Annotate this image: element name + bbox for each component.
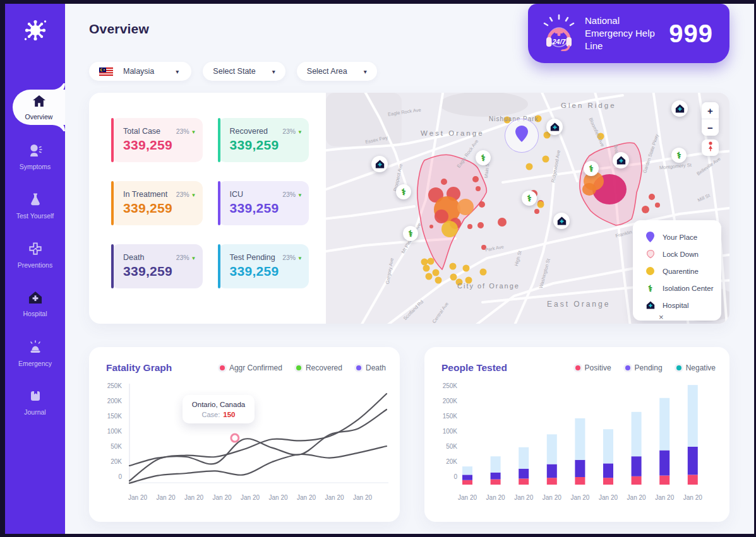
x-axis-tick: Jan 20 [128, 494, 147, 501]
trend-down-icon: ▼ [191, 129, 196, 135]
legend-negative: Negative [676, 363, 716, 372]
bar-segment-negative [659, 398, 669, 451]
legend-item-hospital: Hospital [645, 297, 721, 314]
stat-label: ICU [230, 190, 244, 199]
y-axis-tick: 50K [446, 443, 457, 450]
y-axis-tick: 250K [107, 382, 123, 389]
headset-247-icon: 24/7 [541, 13, 577, 54]
chart-title: Fatality Graph [106, 362, 172, 374]
stat-card-total-case: Total Case 23% ▼ 339,259 [111, 118, 203, 162]
bar-segment-positive [547, 478, 557, 485]
sidebar-item-preventions[interactable]: Preventions [5, 237, 65, 273]
stat-value: 339,259 [230, 138, 303, 153]
x-axis-tick: Jan 20 [184, 494, 203, 501]
map-legend: Your Place Lock Down Quarentine ⚕ Isolat… [633, 220, 721, 321]
stat-label: Death [123, 253, 144, 262]
map[interactable]: Glen RidgeWest OrangeNishuane ParkEast O… [326, 93, 729, 324]
stat-change-dropdown[interactable]: 23% ▼ [176, 254, 196, 261]
filter-bar: Malaysia ▾ Select State ▾ Select Area ▾ [89, 62, 754, 81]
stat-change-dropdown[interactable]: 23% ▼ [282, 127, 303, 135]
accent-bar [111, 244, 114, 288]
x-axis-tick: Jan 20 [655, 494, 674, 501]
stat-change-dropdown[interactable]: 23% ▼ [282, 254, 303, 261]
banner-title: National Emergency Help Line [585, 15, 656, 53]
x-axis-tick: Jan 20 [570, 494, 589, 501]
map-zoom-controls: + − [702, 102, 719, 136]
hospital-marker [613, 152, 629, 168]
y-axis-tick: 200K [107, 398, 123, 404]
bar-segment-positive [688, 475, 698, 485]
zoom-in-button[interactable]: + [702, 102, 719, 119]
malaysia-flag-icon [99, 68, 113, 76]
sidebar-item-test-yourself[interactable]: Test Yourself [5, 188, 65, 223]
overview-panel: Total Case 23% ▼ 339,259 Recovered 23% ▼… [89, 93, 729, 324]
pink-zone-icon [645, 249, 656, 259]
bar-segment-pending [519, 469, 529, 479]
zoom-out-button[interactable]: − [702, 119, 719, 136]
y-axis-tick: 20K [446, 458, 457, 465]
hospital-marker [553, 213, 570, 229]
sidebar-item-journal[interactable]: Journal [5, 385, 65, 420]
trend-down-icon: ▼ [191, 256, 196, 261]
isolation-center-marker: ⚕ [476, 150, 491, 165]
line-series-aggr-confirmed [129, 394, 387, 481]
topbar: Overview 24/ [65, 4, 754, 62]
home-icon [32, 95, 46, 110]
cough-icon [28, 143, 43, 160]
hospital-marker [671, 100, 688, 117]
bar-segment-pending [547, 464, 557, 478]
stat-card-icu: ICU 23% ▼ 339,259 [218, 181, 309, 225]
legend-positive: Positive [575, 363, 611, 372]
bar-segment-pending [603, 463, 613, 478]
fatality-graph-card: Fatality Graph Aggr Confirmed Recovered … [89, 347, 400, 522]
sidebar-item-emergency[interactable]: Emergency [5, 336, 65, 371]
x-axis-tick: Jan 20 [241, 494, 260, 501]
fatality-legend: Aggr Confirmed Recovered Death [220, 363, 386, 372]
stat-label: Recovered [230, 127, 268, 136]
country-select-value: Malaysia [123, 67, 154, 76]
country-select[interactable]: Malaysia ▾ [89, 62, 191, 81]
legend-dot [625, 365, 630, 370]
y-axis-tick: 0 [453, 473, 457, 480]
stat-change-dropdown[interactable]: 23% ▼ [176, 127, 196, 135]
legend-item-lock-down: Lock Down [645, 245, 721, 263]
accent-bar [111, 118, 114, 162]
legend-label: Your Place [663, 233, 697, 241]
sidebar-item-overview[interactable]: Overview [13, 90, 65, 125]
x-axis-tick: Jan 20 [514, 494, 533, 501]
trend-down-icon: ▼ [297, 129, 303, 135]
stats-grid: Total Case 23% ▼ 339,259 Recovered 23% ▼… [89, 93, 326, 324]
isolation-center-marker: ⚕ [396, 184, 411, 199]
flask-icon [29, 192, 42, 209]
street-view-button[interactable] [702, 139, 719, 156]
legend-dot [676, 365, 681, 370]
close-icon[interactable]: × [659, 312, 664, 322]
y-axis-tick: 100K [443, 428, 458, 435]
area-select[interactable]: Select Area ▾ [297, 62, 377, 81]
stat-change-dropdown[interactable]: 23% ▼ [282, 191, 303, 198]
sidebar-item-label: Hospital [23, 310, 47, 317]
trend-down-icon: ▼ [297, 256, 303, 261]
tested-legend: Positive Pending Negative [575, 363, 716, 372]
y-axis-tick: 250K [443, 382, 458, 389]
state-select[interactable]: Select State ▾ [203, 62, 285, 81]
x-axis-tick: Jan 20 [268, 494, 287, 501]
sidebar-item-symptoms[interactable]: Symptoms [5, 139, 65, 174]
line-series-death [129, 446, 387, 483]
siren-icon [28, 340, 43, 357]
stat-value: 339,259 [123, 201, 196, 216]
isolation-center-marker: ⚕ [522, 191, 537, 206]
charts-row: Fatality Graph Aggr Confirmed Recovered … [89, 347, 729, 522]
bar-segment-pending [688, 447, 698, 475]
legend-label: Isolation Center [663, 285, 714, 292]
chart-tooltip: Ontario, Canada Case:150 [183, 395, 255, 423]
y-axis-tick: 150K [443, 413, 458, 420]
page-title: Overview [89, 21, 149, 37]
chart-title: People Tested [441, 362, 507, 374]
legend-death: Death [356, 363, 386, 372]
stat-change-dropdown[interactable]: 23% ▼ [176, 191, 196, 198]
bar-segment-negative [603, 429, 613, 463]
bar-segment-positive [632, 476, 642, 485]
y-axis-tick: 150K [107, 413, 123, 420]
sidebar-item-hospital[interactable]: Hospital [5, 286, 65, 322]
